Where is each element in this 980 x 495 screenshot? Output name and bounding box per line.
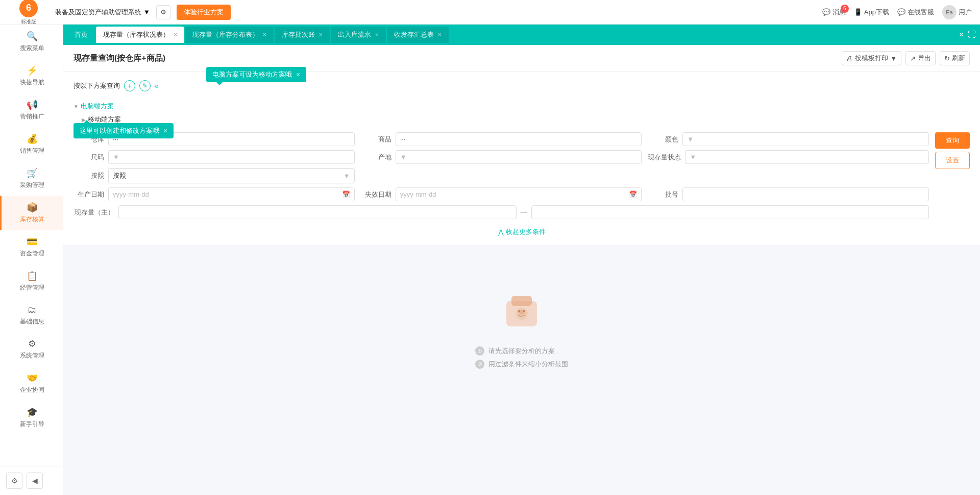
by-select-text: 按照 <box>113 171 126 180</box>
filter-row-4: 生产日期 yyyy-mm-dd 📅 失效日期 yyyy-mm-dd 📅 <box>74 187 970 201</box>
empty-hint-1: ① 请先选择要分析的方案 <box>475 346 568 356</box>
stock-main-min[interactable] <box>118 205 517 219</box>
settings-icon[interactable]: ⚙ <box>156 5 170 19</box>
print-label: 按模板打印 <box>855 54 888 63</box>
system-select[interactable]: 装备及固定资产辅助管理系统 ▼ <box>55 8 150 17</box>
tab-in-out-flow[interactable]: 出入库流水 × <box>331 27 386 43</box>
tab-home[interactable]: 首页 <box>67 27 95 43</box>
online-service-btn[interactable]: 💬 在线客服 <box>897 8 934 17</box>
sidebar-item-search[interactable]: 🔍 搜索菜单 <box>0 25 63 59</box>
system-name: 装备及固定资产辅助管理系统 <box>55 8 141 17</box>
sidebar-label-purchase: 采购管理 <box>20 181 44 190</box>
tab-home-label: 首页 <box>75 30 88 39</box>
tooltip1-close[interactable]: × <box>296 70 300 79</box>
export-btn[interactable]: ↗ 导出 <box>905 51 936 65</box>
filter-edit-btn[interactable]: ✎ <box>139 80 151 91</box>
batch-input[interactable] <box>682 187 929 201</box>
origin-select-arrow: ▼ <box>400 153 407 161</box>
reset-btn[interactable]: 设置 <box>935 152 970 169</box>
sidebar-item-purchase[interactable]: 🛒 采购管理 <box>0 161 63 196</box>
notification-btn[interactable]: 💬 6 消息 <box>822 8 846 17</box>
search-btn[interactable]: 查询 <box>935 132 970 149</box>
tab-inventory-dist-close[interactable]: × <box>263 31 266 38</box>
sidebar-item-guide[interactable]: 🎓 新手引导 <box>0 400 63 435</box>
color-select-arrow: ▼ <box>687 135 694 143</box>
filter-back-btn[interactable]: « <box>155 82 159 90</box>
settings-footer-btn[interactable]: ⚙ <box>6 473 22 489</box>
collapse-sidebar-btn[interactable]: ◀ <box>27 473 43 489</box>
tab-receive-summary-close[interactable]: × <box>438 31 442 38</box>
sidebar-item-basic[interactable]: 🗂 基础信息 <box>0 298 63 332</box>
tab-batch-ledger-label: 库存批次账 <box>282 30 315 39</box>
export-label: 导出 <box>918 54 931 63</box>
status-select[interactable]: ▼ <box>685 150 929 164</box>
tab-inventory-dist[interactable]: 现存量（库存分布表） × <box>185 27 274 43</box>
print-btn[interactable]: 🖨 按模板打印 ▼ <box>842 51 901 65</box>
sidebar-item-enterprise[interactable]: 🤝 企业协同 <box>0 366 63 400</box>
expiry-date-input[interactable]: yyyy-mm-dd 📅 <box>396 187 642 201</box>
tab-fullscreen-icon[interactable]: ⛶ <box>968 30 976 39</box>
refresh-btn[interactable]: ↻ 刷新 <box>940 51 970 65</box>
origin-select[interactable]: ▼ <box>396 150 642 164</box>
app-download-btn[interactable]: 📱 App下载 <box>854 8 889 17</box>
empty-illustration <box>496 286 547 338</box>
product-select-dots: ··· <box>400 135 406 143</box>
filter-field-origin: 产地 ▼ <box>361 150 642 164</box>
by-select[interactable]: 按照 ▼ <box>108 168 355 183</box>
sidebar-item-operations[interactable]: 📋 经营管理 <box>0 264 63 298</box>
tab-close-all-icon[interactable]: × <box>959 30 964 39</box>
scheme-item-desktop[interactable]: ▼ 电脑端方案 <box>74 100 155 113</box>
tooltip2-close[interactable]: × <box>163 127 167 135</box>
sidebar-label-inventory: 库存核算 <box>20 215 44 224</box>
filter-row-2: 尺码 ▼ 产地 ▼ 现存量状态 <box>74 150 970 164</box>
sidebar-item-inventory[interactable]: 📦 库存核算 <box>0 196 63 230</box>
page-content: 现存量查询(按仓库+商品) 🖨 按模板打印 ▼ ↗ 导出 ↻ 刷新 <box>63 45 980 495</box>
industry-btn[interactable]: 体验行业方案 <box>177 5 231 20</box>
system-icon: ⚙ <box>28 338 36 349</box>
user-btn[interactable]: Ea 用户 <box>942 5 972 19</box>
scheme-desktop-label: 电脑端方案 <box>81 102 114 111</box>
production-date-text: yyyy-mm-dd <box>113 191 340 198</box>
sidebar-item-sales[interactable]: 💰 销售管理 <box>0 127 63 161</box>
header-right: 💬 6 消息 📱 App下载 💬 在线客服 Ea 用户 <box>822 5 972 19</box>
size-select[interactable]: ▼ <box>108 150 355 164</box>
scheme-expand-icon: ▼ <box>74 104 79 109</box>
sidebar-item-system[interactable]: ⚙ 系统管理 <box>0 332 63 366</box>
sidebar-label-enterprise: 企业协同 <box>20 386 44 394</box>
collapse-conditions-btn[interactable]: ⋀ 收起更多条件 <box>74 223 970 241</box>
color-select[interactable]: ▼ <box>682 132 929 146</box>
tab-inventory-status[interactable]: 现存量（库存状况表） × <box>96 27 184 43</box>
system-dropdown-icon: ▼ <box>143 8 150 16</box>
filter-label: 按以下方案查询 <box>74 81 120 90</box>
export-icon: ↗ <box>910 55 916 62</box>
page-title: 现存量查询(按仓库+商品) <box>74 53 165 64</box>
tab-inventory-status-close[interactable]: × <box>174 31 177 38</box>
sidebar-label-finance: 资金管理 <box>20 249 44 258</box>
filter-field-status: 现存量状态 ▼ <box>648 150 929 164</box>
filter-add-btn[interactable]: + <box>124 80 135 91</box>
print-dropdown-icon: ▼ <box>890 55 897 62</box>
page-header: 现存量查询(按仓库+商品) 🖨 按模板打印 ▼ ↗ 导出 ↻ 刷新 <box>63 45 980 72</box>
production-date-input[interactable]: yyyy-mm-dd 📅 <box>108 187 355 201</box>
tab-in-out-flow-close[interactable]: × <box>375 31 379 38</box>
online-service-label: 在线客服 <box>908 8 934 17</box>
content-area: 首页 现存量（库存状况表） × 现存量（库存分布表） × 库存批次账 × 出入库… <box>63 25 980 495</box>
tab-bar-right: × ⛶ <box>959 30 976 39</box>
sidebar-item-finance[interactable]: 💳 资金管理 <box>0 230 63 264</box>
tab-batch-ledger[interactable]: 库存批次账 × <box>275 27 330 43</box>
main-layout: 🔍 搜索菜单 ⚡ 快捷导航 📢 营销推广 💰 销售管理 🛒 采购管理 📦 库存核… <box>0 25 980 495</box>
filter-field-production-date: 生产日期 yyyy-mm-dd 📅 <box>74 187 355 201</box>
product-select[interactable]: ··· <box>396 132 642 146</box>
refresh-label: 刷新 <box>952 54 965 63</box>
empty-svg <box>496 286 547 337</box>
filter-row-3: 按照 按照 ▼ <box>74 168 970 183</box>
filter-field-expiry-date: 失效日期 yyyy-mm-dd 📅 <box>361 187 642 201</box>
stock-main-max[interactable] <box>531 205 929 219</box>
tab-inventory-status-label: 现存量（库存状况表） <box>103 30 169 39</box>
sidebar-item-marketing[interactable]: 📢 营销推广 <box>0 93 63 127</box>
tab-inventory-dist-label: 现存量（库存分布表） <box>192 30 259 39</box>
sidebar-label-search: 搜索菜单 <box>20 44 44 53</box>
sidebar-item-quicknav[interactable]: ⚡ 快捷导航 <box>0 59 63 93</box>
tab-batch-ledger-close[interactable]: × <box>319 31 323 38</box>
tab-receive-summary[interactable]: 收发存汇总表 × <box>387 27 449 43</box>
